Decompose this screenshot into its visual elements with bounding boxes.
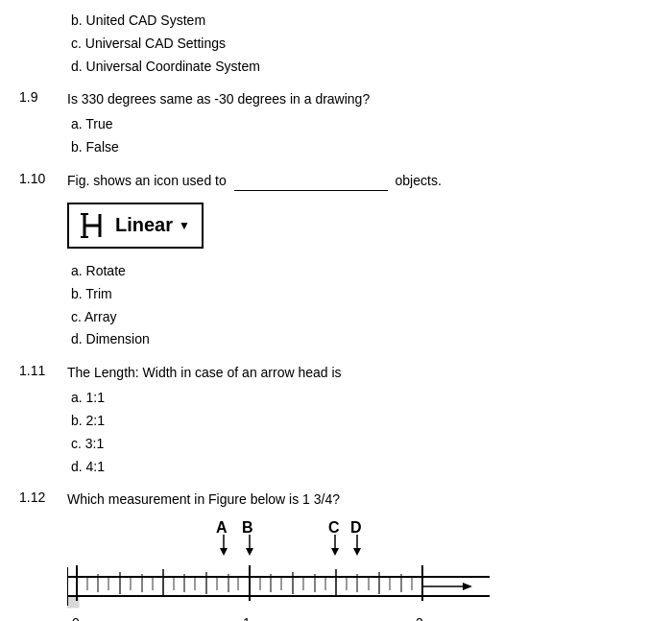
q-number-1-10: 1.10: [19, 171, 67, 351]
q-content-1-9: Is 330 degrees same as -30 degrees in a …: [67, 89, 653, 159]
ruler-num-2: 2: [416, 615, 423, 621]
q-text-1-9: Is 330 degrees same as -30 degrees in a …: [67, 89, 653, 109]
linear-label: Linear: [115, 214, 173, 236]
question-1-11: 1.11 The Length: Width in case of an arr…: [19, 363, 653, 478]
q-content-1-10: Fig. shows an icon used to objects.: [67, 171, 653, 351]
ruler-svg: [67, 558, 490, 615]
svg-rect-51: [67, 596, 79, 608]
svg-marker-50: [463, 583, 472, 590]
option-1-11-d: d. 4:1: [67, 456, 653, 479]
ruler-top-labels: A B C D: [67, 519, 490, 558]
blank-underline: [234, 190, 388, 191]
option-1-9-a: a. True: [67, 113, 653, 136]
option-1-11-b: b. 2:1: [67, 410, 653, 433]
q-text-after: objects.: [396, 173, 442, 188]
svg-marker-12: [353, 548, 361, 556]
dropdown-icon[interactable]: ▼: [179, 219, 190, 232]
q-text-1-11: The Length: Width in case of an arrow he…: [67, 363, 653, 383]
intro-content: b. United CAD System c. Universal CAD Se…: [67, 10, 653, 78]
options-1-9: a. True b. False: [67, 113, 653, 159]
q-number-blank: [19, 10, 67, 78]
option-1-10-a: a. Rotate: [67, 260, 653, 283]
q-text-1-12: Which measurement in Figure below is 1 3…: [67, 490, 653, 510]
option-1-10-d: d. Dimension: [67, 328, 653, 351]
option-c-ucs: c. Universal CAD Settings: [67, 33, 653, 56]
ruler-num-0: 0: [72, 615, 80, 621]
q-number-1-12: 1.12: [19, 490, 67, 621]
option-b-ucs: b. United CAD System: [67, 10, 653, 33]
option-1-11-a: a. 1:1: [67, 387, 653, 410]
options-1-10: a. Rotate b. Trim c. Array d. Dimension: [67, 260, 653, 351]
q-text-1-10: Fig. shows an icon used to objects.: [67, 171, 653, 191]
option-1-10-b: b. Trim: [67, 283, 653, 306]
label-arrows: [67, 535, 490, 558]
option-1-11-c: c. 3:1: [67, 433, 653, 456]
option-1-9-b: b. False: [67, 136, 653, 159]
q-content-1-11: The Length: Width in case of an arrow he…: [67, 363, 653, 478]
svg-marker-10: [331, 548, 339, 556]
q-number-1-9: 1.9: [19, 89, 67, 159]
svg-marker-6: [220, 548, 228, 556]
ruler-num-1: 1: [243, 615, 251, 621]
h-icon: [81, 210, 111, 241]
intro-options: b. United CAD System c. Universal CAD Se…: [19, 10, 653, 78]
q-number-1-11: 1.11: [19, 363, 67, 478]
options-1-11: a. 1:1 b. 2:1 c. 3:1 d. 4:1: [67, 387, 653, 478]
svg-marker-8: [246, 548, 253, 556]
ruler-figure: A B C D: [67, 519, 490, 621]
linear-icon-box: Linear ▼: [67, 203, 204, 249]
question-1-12: 1.12 Which measurement in Figure below i…: [19, 490, 653, 621]
question-1-9: 1.9 Is 330 degrees same as -30 degrees i…: [19, 89, 653, 159]
option-1-10-c: c. Array: [67, 306, 653, 329]
question-1-10: 1.10 Fig. shows an icon used to objects.: [19, 171, 653, 351]
h-shape-icon: [81, 210, 111, 241]
q-text-before: Fig. shows an icon used to: [67, 173, 227, 188]
ruler-numbers-row: 0 1 2: [67, 615, 490, 621]
option-d-ucs: d. Universal Coordinate System: [67, 56, 653, 79]
q-content-1-12: Which measurement in Figure below is 1 3…: [67, 490, 653, 621]
